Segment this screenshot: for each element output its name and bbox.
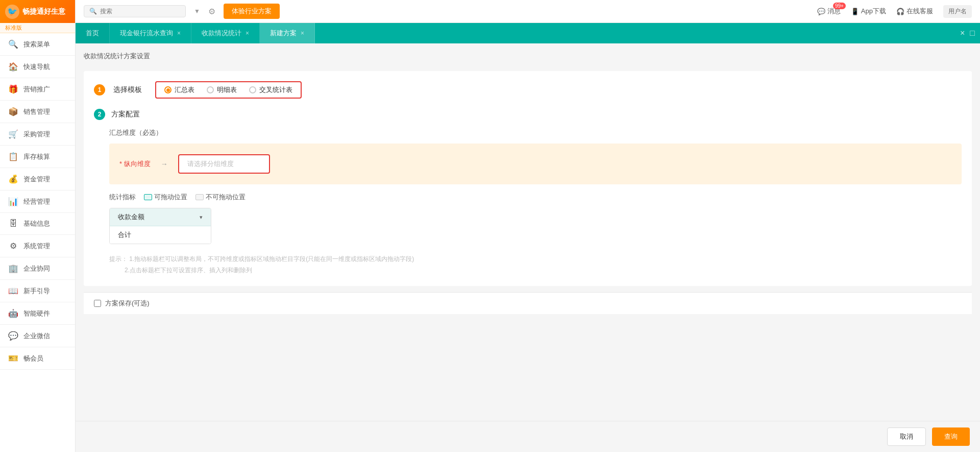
sales-icon: 📦 xyxy=(8,107,18,116)
dimension-row-label: 纵向维度 xyxy=(119,159,151,169)
cancel-button[interactable]: 取消 xyxy=(887,427,926,446)
sidebar-item-label: 快速导航 xyxy=(23,62,50,72)
sidebar-item-marketing[interactable]: 🎁 营销推广 xyxy=(0,78,75,101)
search-chevron-icon[interactable]: ▼ xyxy=(194,8,200,15)
search-input[interactable] xyxy=(100,8,172,15)
dimension-select[interactable]: 请选择分组维度 xyxy=(178,154,270,174)
metrics-table: 收款金额 ▾ 合计 xyxy=(109,208,211,244)
no-drag-box-icon xyxy=(195,194,204,200)
sidebar-item-label: 企业微信 xyxy=(23,331,50,341)
tab-home[interactable]: 首页 xyxy=(76,23,110,43)
topbar-right: 💬 消息 99+ 📱 App下载 🎧 在线客服 用户名 xyxy=(817,5,972,18)
tip-1: 提示： 1.拖动标题栏可以调整布局，不可跨维度或指标区域拖动栏目字段(只能在同一… xyxy=(109,254,962,265)
radio-detail[interactable]: 明细表 xyxy=(207,85,237,94)
template-radio-group: 汇总表 明细表 交叉统计表 xyxy=(155,81,302,99)
operation-icon: 📊 xyxy=(8,197,18,206)
radio-summary-label: 汇总表 xyxy=(175,85,194,94)
sidebar-item-inventory[interactable]: 📋 库存核算 xyxy=(0,146,75,168)
settings-card: 1 选择模板 汇总表 明细表 交叉统计表 xyxy=(84,71,972,286)
notification-item[interactable]: 💬 消息 99+ xyxy=(817,7,841,16)
step2-badge: 2 xyxy=(94,109,105,120)
no-drag-indicator: 不可拖动位置 xyxy=(195,193,246,202)
guide-icon: 📖 xyxy=(8,286,18,296)
window-close-icon[interactable]: × xyxy=(960,29,965,38)
tip-1-text: 1.拖动标题栏可以调整布局，不可跨维度或指标区域拖动栏目字段(只能在同一维度或指… xyxy=(129,255,414,263)
sidebar-item-label: 畅会员 xyxy=(23,354,43,363)
sidebar-item-operation[interactable]: 📊 经营管理 xyxy=(0,191,75,213)
dimension-area: 纵向维度 → 请选择分组维度 xyxy=(109,144,962,184)
save-checkbox[interactable] xyxy=(94,300,101,307)
gift-icon: 🎁 xyxy=(8,84,18,94)
footer: 取消 查询 xyxy=(76,421,980,452)
metrics-column-header: 收款金额 xyxy=(118,212,144,222)
step1-label: 选择模板 xyxy=(113,85,142,94)
service-item[interactable]: 🎧 在线客服 xyxy=(896,7,933,16)
sidebar-item-label: 经营管理 xyxy=(23,197,50,206)
dimension-section: 汇总维度（必选） 纵向维度 → 请选择分组维度 统计指标 可拖动位置 xyxy=(109,128,962,276)
dimension-arrow-icon: → xyxy=(161,160,168,168)
step1-number: 1 xyxy=(98,86,102,93)
tab-collection-stat[interactable]: 收款情况统计 × xyxy=(191,23,260,43)
tab-new-plan-label: 新建方案 xyxy=(270,29,297,38)
sidebar-item-enterprise-wechat[interactable]: 💬 企业微信 xyxy=(0,325,75,347)
sidebar-item-label: 采购管理 xyxy=(23,130,50,139)
radio-summary[interactable]: 汇总表 xyxy=(164,85,194,94)
breadcrumb-text: 收款情况统计方案设置 xyxy=(84,52,150,60)
sidebar-item-label: 系统管理 xyxy=(23,242,50,251)
tip-2-text: 2.点击标题栏下拉可设置排序、插入列和删除列 xyxy=(125,267,252,274)
query-button[interactable]: 查询 xyxy=(932,427,970,446)
sidebar-item-label: 企业协同 xyxy=(23,264,50,273)
sidebar-item-quick-nav[interactable]: 🏠 快速导航 xyxy=(0,56,75,78)
sidebar-item-base-info[interactable]: 🗄 基础信息 xyxy=(0,213,75,235)
sidebar-item-system[interactable]: ⚙ 系统管理 xyxy=(0,235,75,257)
step1-section: 1 选择模板 汇总表 明细表 交叉统计表 xyxy=(94,81,962,99)
metrics-table-header[interactable]: 收款金额 ▾ xyxy=(110,208,211,226)
sidebar-item-smart-hw[interactable]: 🤖 智能硬件 xyxy=(0,302,75,325)
purchase-icon: 🛒 xyxy=(8,129,18,139)
tab-new-plan-close-icon[interactable]: × xyxy=(301,30,304,37)
sidebar-item-guide[interactable]: 📖 新手引导 xyxy=(0,280,75,302)
sidebar-item-purchase[interactable]: 🛒 采购管理 xyxy=(0,123,75,146)
tip-2: 2.点击标题栏下拉可设置排序、插入列和删除列 xyxy=(109,265,962,276)
metrics-dropdown-icon[interactable]: ▾ xyxy=(200,214,203,221)
smart-hw-icon: 🤖 xyxy=(8,308,18,318)
metrics-table-row: 合计 xyxy=(110,226,211,244)
tab-bank-flow-close-icon[interactable]: × xyxy=(177,30,181,37)
settings-gear-icon[interactable]: ⚙ xyxy=(208,7,215,16)
save-label: 方案保存(可选) xyxy=(105,299,150,308)
finance-icon: 💰 xyxy=(8,174,18,184)
base-info-icon: 🗄 xyxy=(8,219,18,228)
tab-home-label: 首页 xyxy=(86,29,99,38)
inventory-icon: 📋 xyxy=(8,152,18,161)
sidebar-item-enterprise[interactable]: 🏢 企业协同 xyxy=(0,257,75,280)
radio-detail-input[interactable] xyxy=(207,86,214,93)
search-box[interactable]: 🔍 xyxy=(84,5,186,17)
topbar: 🔍 ▼ ⚙ 体验行业方案 💬 消息 99+ 📱 App下载 🎧 在线客服 用户名 xyxy=(76,0,980,23)
trial-button[interactable]: 体验行业方案 xyxy=(224,4,280,19)
member-icon: 🎫 xyxy=(8,353,18,363)
sidebar-item-search-menu[interactable]: 🔍 搜索菜单 xyxy=(0,33,75,56)
radio-cross-input[interactable] xyxy=(249,86,256,93)
dimension-placeholder: 请选择分组维度 xyxy=(187,160,234,168)
metrics-row-label: 合计 xyxy=(118,231,131,239)
radio-summary-input[interactable] xyxy=(164,86,172,93)
user-display[interactable]: 用户名 xyxy=(943,5,972,18)
tab-collection-stat-close-icon[interactable]: × xyxy=(246,30,249,37)
window-maximize-icon[interactable]: □ xyxy=(970,29,975,38)
radio-cross-label: 交叉统计表 xyxy=(259,85,292,94)
tip-title: 提示： xyxy=(109,255,128,263)
tab-new-plan[interactable]: 新建方案 × xyxy=(260,23,315,43)
sidebar-item-member[interactable]: 🎫 畅会员 xyxy=(0,347,75,370)
sidebar-item-finance[interactable]: 💰 资金管理 xyxy=(0,168,75,191)
metrics-section-label: 统计指标 xyxy=(109,193,136,202)
tab-collection-stat-label: 收款情况统计 xyxy=(202,29,241,38)
sidebar-item-label: 销售管理 xyxy=(23,107,50,116)
radio-cross[interactable]: 交叉统计表 xyxy=(249,85,292,94)
download-item[interactable]: 📱 App下载 xyxy=(851,7,886,16)
service-label: 在线客服 xyxy=(906,7,933,16)
sidebar-item-sales[interactable]: 📦 销售管理 xyxy=(0,101,75,123)
tab-bank-flow[interactable]: 现金银行流水查询 × xyxy=(110,23,191,43)
tab-bank-flow-label: 现金银行流水查询 xyxy=(120,29,173,38)
step2-label: 方案配置 xyxy=(111,110,140,119)
sidebar-item-label: 资金管理 xyxy=(23,175,50,184)
